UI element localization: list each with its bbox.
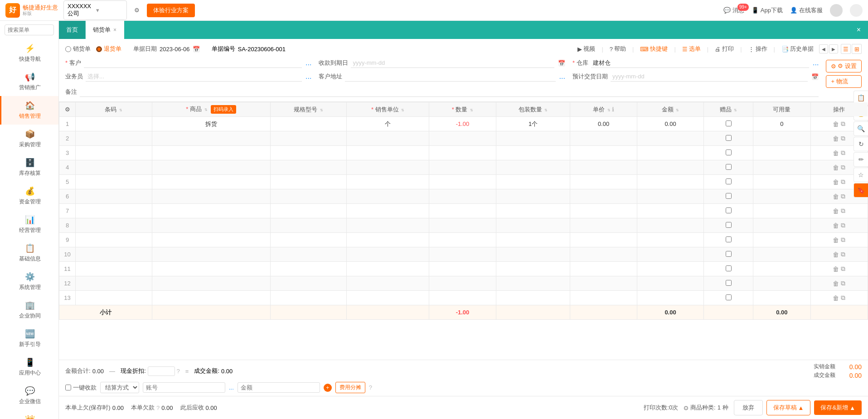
row-copy-icon[interactable]: ⧉ bbox=[841, 265, 845, 273]
row-qty[interactable] bbox=[429, 291, 496, 305]
row-barcode[interactable] bbox=[76, 204, 152, 218]
sort-amount[interactable]: ⇅ bbox=[676, 108, 679, 112]
sidebar-item-sales[interactable]: 🏠 销售管理 bbox=[0, 96, 58, 125]
sort-price[interactable]: ⇅ bbox=[607, 108, 611, 112]
sort-barcode[interactable]: ⇅ bbox=[119, 108, 122, 112]
row-amount[interactable] bbox=[637, 276, 704, 291]
row-qty[interactable] bbox=[429, 131, 496, 146]
rqa-star[interactable]: ☆ bbox=[853, 168, 868, 182]
receipt-calendar-icon[interactable]: 📅 bbox=[558, 60, 565, 67]
sidebar-item-operations[interactable]: 📊 经营管理 bbox=[0, 210, 58, 239]
sidebar-item-base[interactable]: 📋 基础信息 bbox=[0, 239, 58, 267]
radio-return[interactable]: 退货单 bbox=[96, 45, 121, 53]
row-product[interactable] bbox=[152, 131, 270, 146]
rqa-orange[interactable]: 🔖 bbox=[853, 183, 868, 197]
row-product[interactable] bbox=[152, 218, 270, 233]
row-barcode[interactable] bbox=[76, 218, 152, 233]
row-price[interactable] bbox=[570, 262, 637, 276]
row-unit[interactable] bbox=[347, 262, 429, 276]
row-unit[interactable] bbox=[347, 276, 429, 291]
history-btn[interactable]: 📑 历史单据 bbox=[779, 43, 816, 54]
row-delete-icon[interactable]: 🗑 bbox=[833, 135, 839, 142]
customer-addr-input[interactable] bbox=[345, 72, 555, 82]
discount-help-icon[interactable]: ? bbox=[177, 368, 180, 375]
tab-close-icon[interactable]: × bbox=[113, 27, 116, 33]
user-avatar[interactable] bbox=[830, 4, 843, 17]
row-price[interactable] bbox=[570, 233, 637, 247]
row-product[interactable] bbox=[152, 204, 270, 218]
row-unit[interactable] bbox=[347, 291, 429, 305]
row-pkg-qty[interactable] bbox=[496, 262, 570, 276]
delivery-calendar-icon[interactable]: 📅 bbox=[811, 73, 819, 80]
sidebar-item-purchase[interactable]: 📦 采购管理 bbox=[0, 125, 58, 153]
row-product[interactable] bbox=[152, 233, 270, 247]
row-price[interactable] bbox=[570, 247, 637, 262]
account-input[interactable] bbox=[143, 382, 225, 393]
row-pkg-qty[interactable] bbox=[496, 276, 570, 291]
row-spec[interactable] bbox=[270, 233, 347, 247]
sort-unit[interactable]: ⇅ bbox=[401, 108, 404, 112]
nav-prev[interactable]: ◀ bbox=[819, 44, 828, 53]
row-qty[interactable] bbox=[429, 175, 496, 189]
fee-split-button[interactable]: 费用分摊 bbox=[335, 382, 365, 393]
row-spec[interactable] bbox=[270, 160, 347, 175]
row-delete-icon[interactable]: 🗑 bbox=[833, 207, 839, 215]
row-pkg-qty[interactable] bbox=[496, 291, 570, 305]
row-delete-icon[interactable]: 🗑 bbox=[833, 251, 839, 258]
row-pkg-qty[interactable] bbox=[496, 218, 570, 233]
row-price[interactable]: 0.00 bbox=[570, 117, 637, 131]
row-unit[interactable] bbox=[347, 204, 429, 218]
row-gift[interactable] bbox=[704, 276, 753, 291]
add-payment-btn[interactable]: + bbox=[324, 384, 332, 392]
row-price[interactable] bbox=[570, 160, 637, 175]
row-gift[interactable] bbox=[704, 189, 753, 204]
row-gift[interactable] bbox=[704, 233, 753, 247]
print-btn[interactable]: 🖨 打印 bbox=[712, 43, 737, 54]
row-copy-icon[interactable]: ⧉ bbox=[841, 207, 845, 215]
row-spec[interactable] bbox=[270, 204, 347, 218]
sidebar-item-enterprise[interactable]: 🏢 企业协同 bbox=[0, 296, 58, 324]
row-qty[interactable] bbox=[429, 247, 496, 262]
row-product[interactable] bbox=[152, 276, 270, 291]
row-gift[interactable] bbox=[704, 291, 753, 305]
payment-help-icon[interactable]: ? bbox=[369, 384, 372, 391]
row-pkg-qty[interactable] bbox=[496, 189, 570, 204]
row-gift[interactable] bbox=[704, 146, 753, 160]
row-amount[interactable]: 0.00 bbox=[637, 117, 704, 131]
app-download-button[interactable]: 📱 App下载 bbox=[752, 6, 783, 14]
row-barcode[interactable] bbox=[76, 160, 152, 175]
row-qty[interactable]: -1.00 bbox=[429, 117, 496, 131]
row-copy-icon[interactable]: ⧉ bbox=[841, 120, 845, 128]
row-copy-icon[interactable]: ⧉ bbox=[841, 149, 845, 157]
row-price[interactable] bbox=[570, 291, 637, 305]
row-qty[interactable] bbox=[429, 262, 496, 276]
row-unit[interactable] bbox=[347, 247, 429, 262]
row-delete-icon[interactable]: 🗑 bbox=[833, 149, 839, 157]
row-barcode[interactable] bbox=[76, 233, 152, 247]
row-spec[interactable] bbox=[270, 175, 347, 189]
setup-button[interactable]: ⚙ ⚙ 设置 bbox=[826, 60, 862, 72]
row-qty[interactable] bbox=[429, 218, 496, 233]
row-price[interactable] bbox=[570, 218, 637, 233]
row-price[interactable] bbox=[570, 276, 637, 291]
row-spec[interactable] bbox=[270, 276, 347, 291]
row-spec[interactable] bbox=[270, 189, 347, 204]
receipt-date-input[interactable] bbox=[351, 58, 554, 68]
row-barcode[interactable] bbox=[76, 146, 152, 160]
customer-input[interactable] bbox=[84, 58, 302, 68]
trial-button[interactable]: 体验行业方案 bbox=[147, 4, 195, 17]
row-unit[interactable] bbox=[347, 218, 429, 233]
row-unit[interactable] bbox=[347, 175, 429, 189]
sort-spec[interactable]: ⇅ bbox=[320, 108, 323, 112]
row-unit[interactable] bbox=[347, 160, 429, 175]
company-selector[interactable]: XXXXXX公司 ▾ bbox=[63, 0, 127, 20]
row-amount[interactable] bbox=[637, 189, 704, 204]
row-copy-icon[interactable]: ⧉ bbox=[841, 135, 845, 142]
row-amount[interactable] bbox=[637, 131, 704, 146]
discard-button[interactable]: 放弃 bbox=[734, 400, 763, 415]
row-unit[interactable]: 个 bbox=[347, 117, 429, 131]
sidebar-item-quick-nav[interactable]: ⚡ 快捷导航 bbox=[0, 39, 58, 67]
salesperson-input[interactable] bbox=[86, 72, 302, 82]
row-spec[interactable] bbox=[270, 218, 347, 233]
shortcut-btn[interactable]: ⌨ 快捷键 bbox=[637, 43, 670, 54]
